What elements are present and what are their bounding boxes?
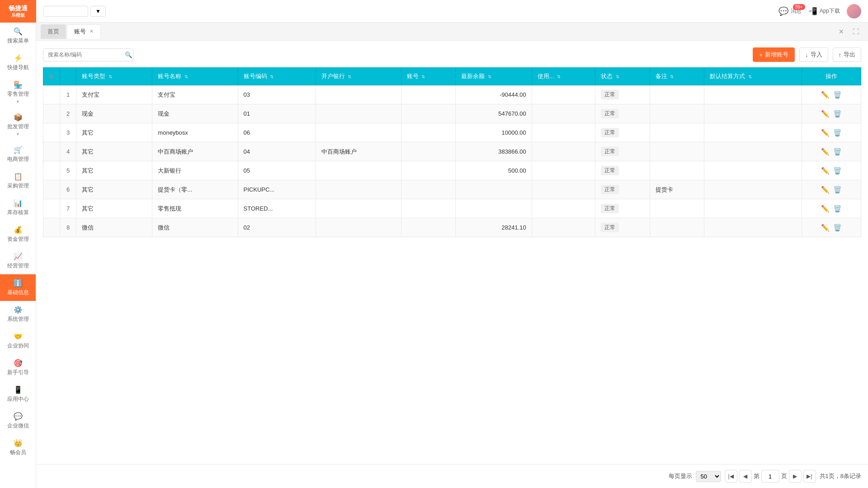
page-first-btn[interactable]: |◀ <box>725 470 737 483</box>
sidebar-item-purchase[interactable]: 📋 采购管理 <box>0 168 36 194</box>
cell-name: 微信 <box>152 218 238 237</box>
sidebar-item-inventory[interactable]: 📊 库存核算 <box>0 194 36 221</box>
sidebar-item-system[interactable]: ⚙️ 系统管理 <box>0 301 36 328</box>
user-avatar[interactable] <box>847 4 861 19</box>
col-bank[interactable]: 开户银行 ⇅ <box>316 68 401 85</box>
sidebar-item-label: 库存核算 <box>7 209 29 216</box>
sidebar-item-search[interactable]: 🔍 搜索菜单 <box>0 23 36 49</box>
sidebar-item-retail[interactable]: 🏪 零售管理 ▼ <box>0 76 36 108</box>
cell-settings <box>43 180 60 199</box>
trending-icon: 📈 <box>14 252 23 261</box>
delete-icon[interactable]: 🗑️ <box>833 148 842 156</box>
search-icon: 🔍 <box>14 27 23 36</box>
sidebar-item-quick[interactable]: ⚡ 快捷导航 <box>0 49 36 76</box>
cell-settlement <box>704 218 802 237</box>
sidebar-item-appstore[interactable]: 📱 应用中心 <box>0 381 36 408</box>
tab-home[interactable]: 首页 <box>41 24 66 39</box>
delete-icon[interactable]: 🗑️ <box>833 186 842 194</box>
tab-account[interactable]: 账号 ✕ <box>67 24 101 39</box>
cell-remark <box>650 199 704 218</box>
sidebar-item-operations[interactable]: 📈 经营管理 <box>0 248 36 274</box>
topbar-search-input[interactable] <box>43 6 88 17</box>
sidebar-item-wechat[interactable]: 💬 企业微信 <box>0 408 36 434</box>
page-input[interactable] <box>761 470 779 483</box>
sidebar-item-label: 企业微信 <box>7 422 29 430</box>
delete-icon[interactable]: 🗑️ <box>833 224 842 232</box>
table-row: 1 支付宝 支付宝 03 -90444.00 正常 ✏️ 🗑️ <box>43 85 861 104</box>
edit-icon[interactable]: ✏️ <box>821 205 830 213</box>
cell-name: 提货卡（零... <box>152 180 238 199</box>
store-icon: 🏪 <box>14 80 23 89</box>
cell-remark <box>650 218 704 237</box>
page-prev-btn[interactable]: ◀ <box>739 470 752 483</box>
col-usage[interactable]: 使用... ⇅ <box>532 68 595 85</box>
cell-status: 正常 <box>595 218 650 237</box>
cell-status: 正常 <box>595 142 650 161</box>
tab-expand-icon[interactable]: ⛶ <box>850 26 861 37</box>
cell-settlement <box>704 199 802 218</box>
cell-index: 1 <box>60 85 76 104</box>
delete-icon[interactable]: 🗑️ <box>833 167 842 175</box>
import-button[interactable]: ↓ 导入 <box>799 47 828 62</box>
col-account[interactable]: 账号 ⇅ <box>401 68 456 85</box>
page-last-btn[interactable]: ▶| <box>803 470 816 483</box>
edit-icon[interactable]: ✏️ <box>821 110 830 118</box>
cell-balance: 28241.10 <box>456 218 532 237</box>
per-page-select[interactable]: 50 100 <box>696 471 721 482</box>
sidebar-item-guide[interactable]: 🎯 新手引导 <box>0 354 36 381</box>
col-remark[interactable]: 备注 ⇅ <box>650 68 704 85</box>
col-name[interactable]: 账号名称 ⇅ <box>152 68 238 85</box>
table-row: 2 现金 现金 01 547670.00 正常 ✏️ 🗑️ <box>43 104 861 123</box>
gear-icon: ⚙️ <box>14 305 23 314</box>
col-settlement[interactable]: 默认结算方式 ⇅ <box>704 68 802 85</box>
app-download-button[interactable]: 📲 App下载 <box>808 7 840 15</box>
sidebar-item-enterprise[interactable]: 🤝 企业协同 <box>0 328 36 354</box>
search-input[interactable] <box>43 49 120 61</box>
edit-icon[interactable]: ✏️ <box>821 186 830 194</box>
sort-icon: ⇅ <box>616 74 619 79</box>
col-status[interactable]: 状态 ⇅ <box>595 68 650 85</box>
col-code[interactable]: 账号编码 ⇅ <box>238 68 316 85</box>
delete-icon[interactable]: 🗑️ <box>833 129 842 137</box>
cell-settings <box>43 199 60 218</box>
add-account-button[interactable]: + 新增账号 <box>753 47 795 62</box>
sidebar-item-ecommerce[interactable]: 🛒 电商管理 <box>0 141 36 168</box>
sidebar-item-finance[interactable]: 💰 资金管理 <box>0 221 36 248</box>
cell-type: 支付宝 <box>76 85 152 104</box>
delete-icon[interactable]: 🗑️ <box>833 91 842 99</box>
page-next-btn[interactable]: ▶ <box>789 470 802 483</box>
settings-gear-icon[interactable]: ⚙ <box>49 73 54 80</box>
content-area: 🔍 + 新增账号 ↓ 导入 ↑ 导出 <box>36 41 868 464</box>
sidebar-item-member[interactable]: 👑 畅会员 <box>0 434 36 461</box>
messages-button[interactable]: 💬 消息 99+ <box>778 6 802 16</box>
col-type[interactable]: 账号类型 ⇅ <box>76 68 152 85</box>
edit-icon[interactable]: ✏️ <box>821 148 830 156</box>
cell-status: 正常 <box>595 123 650 142</box>
tab-close-all-icon[interactable]: ✕ <box>836 26 847 37</box>
tab-close-icon[interactable]: ✕ <box>90 28 94 34</box>
delete-icon[interactable]: 🗑️ <box>833 205 842 213</box>
sidebar-item-label: 零售管理 <box>7 90 29 98</box>
edit-icon[interactable]: ✏️ <box>821 167 830 175</box>
edit-icon[interactable]: ✏️ <box>821 129 830 137</box>
sidebar-item-wholesale[interactable]: 📦 批发管理 ▼ <box>0 108 36 141</box>
app-logo: 畅捷通 乐橙版 <box>0 0 36 23</box>
cell-code: 05 <box>238 161 316 180</box>
cell-balance: 500.00 <box>456 161 532 180</box>
chat-icon: 💬 <box>14 412 23 421</box>
col-settings[interactable]: ⚙ <box>43 68 60 85</box>
sort-icon: ⇅ <box>748 74 752 79</box>
search-button[interactable]: 🔍 <box>120 49 133 61</box>
sort-icon: ⇅ <box>348 74 351 79</box>
col-balance[interactable]: 最新余额 ⇅ <box>456 68 532 85</box>
topbar-dropdown-btn[interactable]: ▼ <box>90 6 106 17</box>
sidebar-item-basic[interactable]: ℹ️ 基础信息 <box>0 274 36 301</box>
cell-account <box>401 85 456 104</box>
pagination: 每页显示 50 100 |◀ ◀ 第 页 ▶ ▶| 共1页，8条记录 <box>36 464 868 488</box>
edit-icon[interactable]: ✏️ <box>821 91 830 99</box>
edit-icon[interactable]: ✏️ <box>821 224 830 232</box>
toolbar-right: + 新增账号 ↓ 导入 ↑ 导出 <box>753 47 861 62</box>
delete-icon[interactable]: 🗑️ <box>833 110 842 118</box>
export-button[interactable]: ↑ 导出 <box>833 47 862 62</box>
cell-action: ✏️ 🗑️ <box>802 142 861 161</box>
